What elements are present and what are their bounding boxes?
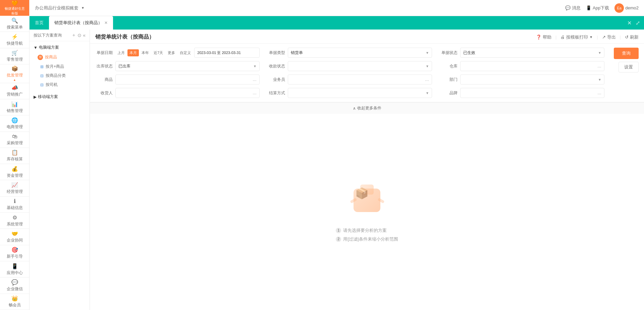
settings-scheme-icon[interactable]: ⊙ [77, 33, 82, 38]
out-status-select[interactable]: 已出库 ▼ [115, 61, 260, 71]
app-download-btn[interactable]: 📱 App下载 [586, 5, 609, 11]
sidebar-item-finance[interactable]: 💰 资金管理 [0, 164, 29, 180]
left-panel-header: 按以下方案查询 ＋ ⊙ « [30, 30, 90, 41]
sidebar-item-operations[interactable]: 📈 经营管理 [0, 180, 29, 196]
salesman-input[interactable]: … [288, 74, 432, 85]
sidebar-item-marketing[interactable]: 📣 营销推广 [0, 83, 29, 99]
refresh-btn[interactable]: ↺ 刷新 [625, 34, 639, 40]
sidebar-item-ecom[interactable]: 🌐 电商管理 [0, 115, 29, 132]
tab-home-label: 首页 [35, 20, 44, 26]
dept-select[interactable]: ▼ [460, 74, 604, 85]
sidebar-item-enterprise[interactable]: 🤝 企业协同 [0, 229, 29, 245]
collapse-bar[interactable]: ∧ 收起更多条件 [90, 102, 644, 114]
scheme-group-mobile-header[interactable]: ▶ 移动端方案 [30, 92, 90, 102]
settlement-select[interactable]: ▼ [288, 88, 432, 98]
sidebar-item-inventory[interactable]: 📋 库存核算 [0, 148, 29, 164]
retail-icon: 🛒 [11, 50, 18, 56]
top-header: 办公用品行业模拟账套 ▼ 💬 消息 📱 App下载 Ea demo2 [30, 0, 644, 16]
sidebar-item-label: 企业微信 [7, 286, 23, 292]
message-icon: 💬 [565, 5, 571, 10]
goods-more-icon: … [253, 77, 257, 82]
collect-status-select[interactable]: ▼ [288, 61, 432, 71]
app-center-icon: 📱 [11, 263, 18, 269]
date-range-value: 2023-03-01 至 2023-03-31 [197, 50, 241, 55]
current-month-btn[interactable]: 本月 [127, 49, 139, 56]
add-scheme-icon[interactable]: ＋ [71, 32, 76, 38]
out-status-dropdown-icon: ▼ [253, 64, 257, 68]
refresh-icon: ↺ [625, 35, 629, 40]
sidebar-item-sales[interactable]: 📊 销售管理 [0, 99, 29, 115]
sidebar-item-label: 企业协同 [7, 238, 23, 243]
scheme-item-by-category[interactable]: ⊟ 按商品分类 [30, 71, 90, 80]
logo-text: 畅捷通好生意 [5, 6, 25, 11]
tab-home[interactable]: 首页 [30, 16, 49, 30]
warehouse-input[interactable]: … [460, 61, 604, 71]
tab-action-expand[interactable]: ⤢ [634, 18, 641, 28]
print-dropdown-icon: ▼ [589, 35, 593, 39]
tab-report-label: 销货单统计表（按商品） [54, 20, 102, 26]
help-label: 帮助 [543, 34, 551, 40]
enterprise-icon: 🤝 [11, 230, 18, 237]
export-btn[interactable]: ↗ 导出 [602, 34, 616, 40]
settlement-label: 结算方式 [268, 90, 285, 96]
sidebar-item-app-center[interactable]: 📱 应用中心 [0, 261, 29, 277]
filter-row-4: 收货人 … 结算方式 ▼ [95, 88, 604, 98]
scheme-item-by-goods[interactable]: 按 按商品 [30, 52, 90, 62]
filter-area: 单据日期 上月 本月 本年 近7天 更多 自定义 [90, 44, 644, 102]
filter-cell-brand: 品牌 … [440, 88, 604, 98]
more-btn[interactable]: 更多 [166, 49, 177, 56]
date-range-input[interactable]: 2023-03-01 至 2023-03-31 [194, 48, 260, 58]
doc-type-select[interactable]: 销货单 ▼ [288, 48, 432, 58]
sidebar-item-purchase[interactable]: 🛍 采购管理 [0, 132, 29, 148]
system-icon: ⚙ [12, 214, 17, 221]
brand-input[interactable]: … [460, 88, 604, 98]
query-button[interactable]: 查询 [614, 48, 639, 59]
tab-close-icon[interactable]: ✕ [104, 20, 108, 25]
print-btn[interactable]: 🖨 按模板打印 ▼ [560, 34, 593, 40]
message-btn[interactable]: 💬 消息 [565, 5, 581, 11]
sidebar-item-quick-nav[interactable]: ⚡ 快捷导航 [0, 32, 29, 48]
sidebar-item-wholesale[interactable]: 📦 批发管理 ▲ [0, 64, 29, 83]
consignee-more-icon: … [253, 91, 257, 95]
sidebar-item-label: 经营管理 [7, 189, 23, 195]
scheme-sub-icon-2: ⊟ [40, 73, 44, 78]
settings-button[interactable]: 设置 [619, 62, 639, 72]
tab-report[interactable]: 销货单统计表（按商品） ✕ [49, 16, 113, 30]
last-month-btn[interactable]: 上月 [115, 49, 127, 56]
doc-status-select[interactable]: 已生效 ▼ [460, 48, 604, 58]
sidebar-item-system[interactable]: ⚙ 系统管理 [0, 213, 29, 229]
filter-cell-consignee: 收货人 … [95, 88, 260, 98]
help-btn[interactable]: ❓ 帮助 [536, 34, 551, 40]
marketing-icon: 📣 [11, 85, 18, 91]
sidebar-item-label: 搜索菜单 [7, 24, 23, 30]
sidebar-item-wechat[interactable]: 💬 企业微信 [0, 277, 29, 294]
goods-input[interactable]: … [115, 74, 260, 85]
collapse-panel-icon[interactable]: « [83, 33, 86, 38]
sidebar-item-member[interactable]: 👑 畅会员 [0, 294, 29, 310]
sidebar-item-basic-info[interactable]: ℹ 基础信息 [0, 197, 29, 213]
last-7days-btn[interactable]: 近7天 [152, 49, 165, 56]
consignee-input[interactable]: … [115, 88, 260, 98]
filter-cell-doc-type: 单据类型 销货单 ▼ [268, 48, 432, 58]
scheme-item-by-month-goods[interactable]: ⊞ 按月+商品 [30, 62, 90, 71]
sidebar-item-guide[interactable]: 🎯 新手引导 [0, 245, 29, 261]
collect-status-dropdown-icon: ▼ [426, 64, 429, 68]
brand-more-icon: … [597, 91, 601, 95]
scheme-group-desktop-header[interactable]: ▼ 电脑端方案 [30, 43, 90, 52]
workspace-selector[interactable]: 办公用品行业模拟账套 ▼ [35, 5, 85, 11]
tab-action-close[interactable]: ✕ [626, 18, 633, 28]
sidebar-item-label: 电商管理 [7, 124, 23, 130]
right-panel: 销货单统计表（按商品） ❓ 帮助 | 🖨 按模板打印 ▼ | ↗ [90, 30, 644, 310]
current-year-btn[interactable]: 本年 [140, 49, 151, 56]
sidebar-item-label: 采购管理 [7, 140, 23, 146]
scheme-group-desktop: ▼ 电脑端方案 按 按商品 ⊞ 按月+商品 ⊟ 按商品分类 ⊟ 按司机 [30, 41, 90, 91]
dept-label: 部门 [440, 77, 458, 83]
user-profile-btn[interactable]: Ea demo2 [614, 3, 639, 13]
custom-btn[interactable]: 自定义 [178, 49, 193, 56]
sidebar-item-label: 畅会员 [9, 302, 21, 308]
scheme-item-by-driver[interactable]: ⊟ 按司机 [30, 80, 90, 89]
doc-type-label: 单据类型 [268, 50, 285, 56]
sidebar-item-search[interactable]: 🔍 搜索菜单 [0, 16, 29, 32]
sidebar-item-retail[interactable]: 🛒 零售管理 [0, 48, 29, 64]
filter-row-3: 商品 … 业务员 … [95, 74, 604, 85]
